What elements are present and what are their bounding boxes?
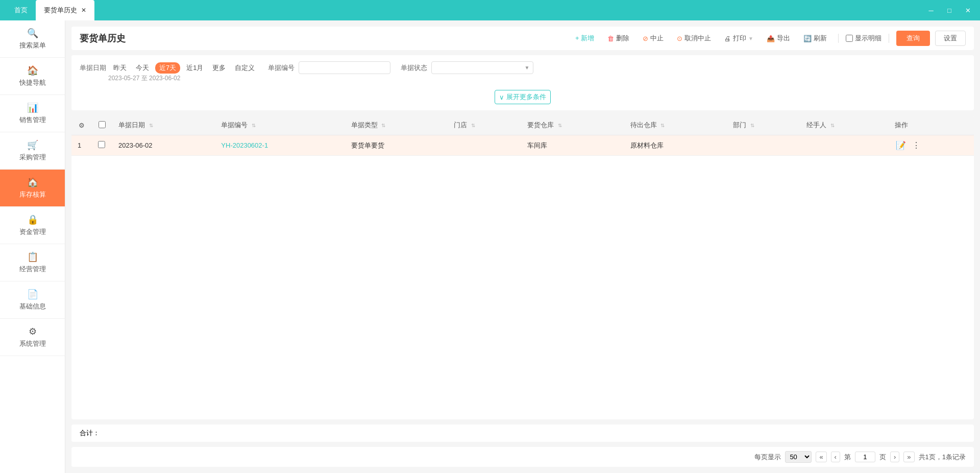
sidebar-item-basic-info[interactable]: 📄 基础信息 bbox=[0, 281, 65, 319]
inventory-icon: 🏠 bbox=[27, 177, 38, 188]
table-container: ⚙ 单据日期 ⇅ 单据编号 ⇅ bbox=[71, 115, 974, 419]
sidebar-item-quick-nav[interactable]: 🏠 快捷导航 bbox=[0, 58, 65, 95]
th-handler: 经手人 ⇅ bbox=[800, 115, 889, 135]
th-settings: ⚙ bbox=[71, 115, 92, 135]
finance-icon: 🔒 bbox=[27, 214, 38, 225]
print-button[interactable]: 🖨 打印 ▼ bbox=[720, 32, 757, 45]
row-checkbox[interactable] bbox=[98, 141, 105, 148]
td-date: 2023-06-02 bbox=[112, 135, 215, 156]
next-page-button[interactable]: › bbox=[890, 452, 899, 462]
last-page-button[interactable]: » bbox=[903, 452, 914, 462]
new-button[interactable]: + 新增 bbox=[571, 32, 598, 45]
expand-btn[interactable]: ∨ 展开更多条件 bbox=[495, 90, 551, 104]
display-detail-checkbox[interactable]: 显示明细 bbox=[846, 34, 881, 43]
basic-info-icon: 📄 bbox=[27, 289, 38, 300]
th-date: 单据日期 ⇅ bbox=[112, 115, 215, 135]
th-actions: 操作 bbox=[889, 115, 974, 135]
td-order-type: 要货单要货 bbox=[345, 135, 448, 156]
system-mgmt-icon: ⚙ bbox=[27, 326, 38, 337]
td-pending-warehouse: 原材料仓库 bbox=[624, 135, 727, 156]
minimize-button[interactable]: ─ bbox=[925, 4, 937, 16]
first-page-button[interactable]: « bbox=[816, 452, 826, 462]
shortcut-custom[interactable]: 自定义 bbox=[232, 62, 258, 74]
status-select[interactable] bbox=[431, 61, 533, 74]
sort-department-icon[interactable]: ⇅ bbox=[750, 123, 754, 128]
query-button[interactable]: 查询 bbox=[896, 31, 930, 46]
page-input[interactable] bbox=[855, 452, 875, 462]
tab-home[interactable]: 首页 bbox=[6, 0, 36, 20]
expand-icon: ∨ bbox=[499, 93, 504, 101]
refresh-button[interactable]: 🔄 刷新 bbox=[799, 32, 831, 45]
order-no-filter-group: 单据编号 bbox=[268, 61, 390, 74]
sidebar-item-sales-mgmt[interactable]: 📊 销售管理 bbox=[0, 95, 65, 132]
td-actions: 📝 ⋮ bbox=[889, 135, 974, 156]
shortcut-1month[interactable]: 近1月 bbox=[183, 62, 206, 74]
shortcut-today[interactable]: 今天 bbox=[133, 62, 152, 74]
cancel-stop-button[interactable]: ⊙ 取消中止 bbox=[673, 32, 715, 45]
export-button[interactable]: 📤 导出 bbox=[763, 32, 794, 45]
td-req-warehouse: 车间库 bbox=[521, 135, 624, 156]
toolbar-divider2 bbox=[889, 34, 889, 43]
sales-icon: 📊 bbox=[27, 102, 38, 113]
sort-handler-icon[interactable]: ⇅ bbox=[830, 123, 835, 128]
prev-page-button[interactable]: ‹ bbox=[831, 452, 840, 462]
page-size-select[interactable]: 10 20 50 100 bbox=[785, 451, 812, 463]
table-body: 1 2023-06-02 YH-20230602-1 要货单要货 车间库 原材料… bbox=[71, 135, 974, 156]
edit-action-icon[interactable]: 📝 bbox=[895, 139, 907, 151]
date-range-display: 2023-05-27 至 2023-06-02 bbox=[80, 74, 966, 83]
sort-date-icon[interactable]: ⇅ bbox=[149, 123, 153, 128]
page-size-label: 每页显示 bbox=[754, 453, 781, 462]
td-order-no: YH-20230602-1 bbox=[215, 135, 345, 156]
footer-total: 合计： bbox=[71, 424, 974, 442]
shortcut-more[interactable]: 更多 bbox=[209, 62, 229, 74]
close-tab-icon[interactable]: ✕ bbox=[81, 7, 86, 14]
sidebar-item-system-mgmt[interactable]: ⚙ 系统管理 bbox=[0, 319, 65, 356]
sidebar-item-operations-mgmt[interactable]: 📋 经营管理 bbox=[0, 244, 65, 281]
close-window-button[interactable]: ✕ bbox=[962, 4, 974, 16]
page-label: 页 bbox=[879, 453, 886, 462]
date-filter-group: 单据日期 昨天 今天 近7天 近1月 更多 自定义 bbox=[80, 62, 258, 74]
shortcut-yesterday[interactable]: 昨天 bbox=[110, 62, 130, 74]
td-department bbox=[727, 135, 800, 156]
sort-order-no-icon[interactable]: ⇅ bbox=[252, 123, 256, 128]
stop-button[interactable]: ⊘ 中止 bbox=[639, 32, 668, 45]
order-no-label: 单据编号 bbox=[268, 63, 295, 73]
select-all-checkbox[interactable] bbox=[99, 121, 106, 128]
th-order-type: 单据类型 ⇅ bbox=[345, 115, 448, 135]
total-label: 合计： bbox=[80, 429, 100, 438]
filter-row-1: 单据日期 昨天 今天 近7天 近1月 更多 自定义 单据编号 bbox=[80, 61, 966, 74]
tab-requisition-history[interactable]: 要货单历史 ✕ bbox=[36, 0, 94, 20]
sort-store-icon[interactable]: ⇅ bbox=[471, 123, 475, 128]
display-detail-input[interactable] bbox=[846, 35, 853, 42]
order-no-link[interactable]: YH-20230602-1 bbox=[221, 141, 268, 149]
th-pending-warehouse: 待出仓库 ⇅ bbox=[624, 115, 727, 135]
th-checkbox bbox=[92, 115, 112, 135]
page-title: 要货单历史 bbox=[80, 32, 126, 44]
sort-pending-warehouse-icon[interactable]: ⇅ bbox=[660, 123, 665, 128]
status-label: 单据状态 bbox=[401, 63, 427, 73]
more-action-icon[interactable]: ⋮ bbox=[911, 139, 921, 151]
tab-list: 首页 要货单历史 ✕ bbox=[6, 0, 925, 20]
status-select-wrapper bbox=[431, 61, 533, 74]
table-row: 1 2023-06-02 YH-20230602-1 要货单要货 车间库 原材料… bbox=[71, 135, 974, 156]
search-menu-icon: 🔍 bbox=[27, 28, 38, 39]
expand-row: ∨ 展开更多条件 bbox=[80, 86, 966, 104]
settings-icon[interactable]: ⚙ bbox=[79, 122, 85, 129]
sort-req-warehouse-icon[interactable]: ⇅ bbox=[558, 123, 562, 128]
purchase-icon: 🛒 bbox=[27, 139, 38, 151]
sort-order-type-icon[interactable]: ⇅ bbox=[381, 123, 385, 128]
maximize-button[interactable]: □ bbox=[943, 4, 955, 16]
shortcut-7days[interactable]: 近7天 bbox=[155, 62, 180, 74]
th-order-no: 单据编号 ⇅ bbox=[215, 115, 345, 135]
sidebar-item-purchase-mgmt[interactable]: 🛒 采购管理 bbox=[0, 132, 65, 170]
sidebar-item-finance-mgmt[interactable]: 🔒 资金管理 bbox=[0, 207, 65, 244]
sidebar-item-search-menu[interactable]: 🔍 搜索菜单 bbox=[0, 20, 65, 58]
settings-button[interactable]: 设置 bbox=[935, 31, 966, 46]
order-no-input[interactable] bbox=[299, 61, 390, 74]
sidebar-item-inventory[interactable]: 🏠 库存核算 bbox=[0, 170, 65, 207]
quick-nav-icon: 🏠 bbox=[27, 65, 38, 76]
th-store: 门店 ⇅ bbox=[448, 115, 521, 135]
delete-button[interactable]: 🗑 删除 bbox=[603, 32, 633, 45]
page-jump-label: 第 bbox=[844, 453, 851, 462]
window-controls: ─ □ ✕ bbox=[925, 4, 974, 16]
